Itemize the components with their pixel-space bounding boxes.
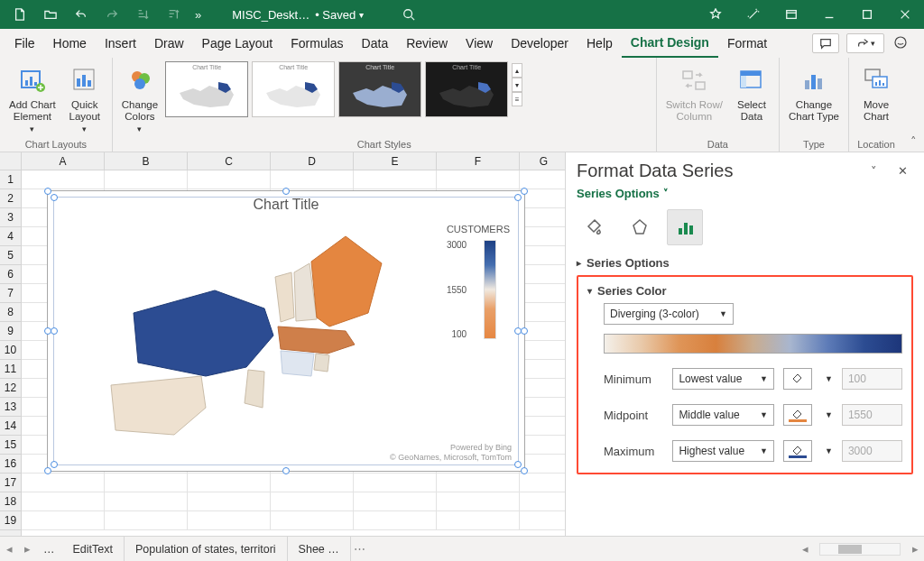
new-file-icon[interactable] — [7, 2, 32, 27]
map-chart[interactable] — [84, 227, 400, 453]
col-header[interactable]: G — [520, 152, 565, 170]
style-thumb-4[interactable]: Chart Title — [425, 61, 508, 117]
col-header[interactable]: A — [22, 152, 105, 170]
col-header[interactable]: B — [105, 152, 188, 170]
row-header[interactable]: 9 — [0, 322, 21, 341]
row-header[interactable]: 7 — [0, 284, 21, 303]
close-icon[interactable] — [886, 0, 924, 29]
row-header[interactable]: 5 — [0, 246, 21, 265]
effects-tab-icon[interactable] — [622, 209, 658, 245]
move-chart-button[interactable]: Move Chart — [855, 61, 898, 124]
chart-styles-gallery[interactable]: Chart Title Chart Title Chart Title Char… — [165, 61, 524, 124]
series-tab-icon[interactable] — [667, 209, 703, 245]
menu-format[interactable]: Format — [718, 29, 776, 58]
row-header[interactable]: 19 — [0, 511, 21, 530]
qat-overflow[interactable]: » — [191, 8, 205, 22]
pane-options-icon[interactable]: ˅ — [863, 160, 884, 181]
save-status[interactable]: • Saved▾ — [315, 8, 364, 22]
row-header[interactable]: 13 — [0, 398, 21, 417]
select-all-cell[interactable] — [0, 152, 22, 170]
open-file-icon[interactable] — [38, 2, 63, 27]
max-color-button[interactable] — [783, 440, 812, 462]
col-header[interactable]: C — [188, 152, 271, 170]
style-thumb-3[interactable]: Chart Title — [338, 61, 421, 117]
ribbon-display-icon[interactable] — [772, 0, 810, 29]
change-chart-type-button[interactable]: Change Chart Type — [785, 61, 843, 124]
menu-page-layout[interactable]: Page Layout — [193, 29, 282, 58]
chart-legend[interactable]: CUSTOMERS 3000 1550 100 — [447, 224, 510, 339]
row-header[interactable]: 14 — [0, 417, 21, 436]
sheet-tab-shee[interactable]: Shee … — [288, 537, 351, 562]
row-header[interactable]: 18 — [0, 492, 21, 511]
mid-color-button[interactable] — [783, 404, 812, 426]
mid-value-combo[interactable]: Middle value▼ — [672, 404, 774, 426]
sheet-tab-edittext[interactable]: EditText — [62, 537, 125, 562]
tab-nav-prev[interactable]: ◂ — [0, 542, 18, 556]
fill-tab-icon[interactable] — [577, 209, 613, 245]
ribbon-collapse[interactable]: ˄ — [903, 131, 924, 152]
menu-developer[interactable]: Developer — [502, 29, 578, 58]
row-header[interactable]: 1 — [0, 170, 21, 189]
row-header[interactable]: 10 — [0, 341, 21, 360]
row-header[interactable]: 17 — [0, 474, 21, 492]
styles-gallery-more[interactable]: ▴▾≡ — [512, 61, 524, 108]
wand-icon[interactable] — [735, 0, 772, 29]
series-color-header[interactable]: ▾Series Color — [587, 284, 902, 298]
row-header[interactable]: 16 — [0, 455, 21, 474]
quick-layout-button[interactable]: Quick Layout ▾ — [63, 61, 106, 135]
doc-name[interactable]: MISC_Deskt… — [232, 8, 310, 22]
menu-chart-design[interactable]: Chart Design — [622, 29, 718, 58]
col-header[interactable]: E — [354, 152, 437, 170]
select-data-button[interactable]: Select Data — [730, 61, 773, 124]
undo-icon[interactable] — [69, 2, 94, 27]
style-thumb-2[interactable]: Chart Title — [252, 61, 335, 117]
sort-desc-icon[interactable] — [161, 2, 186, 27]
add-chart-element-button[interactable]: Add Chart Element ▾ — [5, 61, 60, 135]
emoji-button[interactable] — [892, 33, 910, 51]
menu-help[interactable]: Help — [578, 29, 622, 58]
menu-insert[interactable]: Insert — [96, 29, 145, 58]
tab-nav-next[interactable]: ▸ — [18, 542, 36, 556]
new-sheet-button[interactable]: ⋯ — [351, 542, 369, 556]
row-header[interactable]: 6 — [0, 265, 21, 284]
maximize-icon[interactable] — [848, 0, 886, 29]
row-header[interactable]: 3 — [0, 208, 21, 227]
row-header[interactable]: 8 — [0, 303, 21, 322]
search-icon[interactable] — [396, 2, 421, 27]
min-color-button[interactable] — [783, 368, 812, 390]
comments-button[interactable] — [812, 33, 839, 53]
max-value-combo[interactable]: Highest value▼ — [672, 440, 774, 462]
change-colors-button[interactable]: Change Colors ▾ — [118, 61, 162, 135]
color-type-combo[interactable]: Diverging (3-color)▼ — [604, 303, 734, 325]
sheet-tab-population[interactable]: Population of states, territori — [125, 537, 288, 562]
menu-home[interactable]: Home — [44, 29, 96, 58]
col-header[interactable]: D — [271, 152, 354, 170]
chart-object[interactable]: Chart Title CUSTOMERS 3000 1550 — [47, 190, 525, 472]
menu-file[interactable]: File — [5, 29, 44, 58]
row-header[interactable]: 4 — [0, 227, 21, 246]
menu-review[interactable]: Review — [397, 29, 457, 58]
tab-overflow[interactable]: … — [36, 543, 62, 556]
row-header[interactable]: 12 — [0, 379, 21, 398]
row-header[interactable]: 2 — [0, 189, 21, 208]
row-header[interactable]: 15 — [0, 436, 21, 455]
gradient-preview[interactable] — [604, 334, 902, 354]
sheet-area[interactable]: ABCDEFG 12345678910111213141516171819 Ch… — [0, 152, 565, 536]
horizontal-scrollbar[interactable] — [819, 543, 901, 556]
row-header[interactable]: 11 — [0, 360, 21, 379]
style-thumb-1[interactable]: Chart Title — [165, 61, 248, 117]
menu-draw[interactable]: Draw — [145, 29, 193, 58]
series-options-section[interactable]: ▸Series Options — [577, 256, 913, 270]
menu-view[interactable]: View — [457, 29, 502, 58]
share-button[interactable]: ▾ — [846, 33, 884, 53]
redo-icon[interactable] — [99, 2, 125, 27]
pane-close-icon[interactable]: ✕ — [892, 160, 913, 181]
series-options-dropdown[interactable]: Series Options˅ — [577, 187, 913, 200]
premium-icon[interactable] — [697, 0, 735, 29]
menu-data[interactable]: Data — [353, 29, 398, 58]
minimize-icon[interactable] — [810, 0, 848, 29]
menu-formulas[interactable]: Formulas — [282, 29, 352, 58]
col-header[interactable]: F — [437, 152, 520, 170]
min-value-combo[interactable]: Lowest value▼ — [672, 368, 774, 390]
sort-asc-icon[interactable] — [130, 2, 155, 27]
